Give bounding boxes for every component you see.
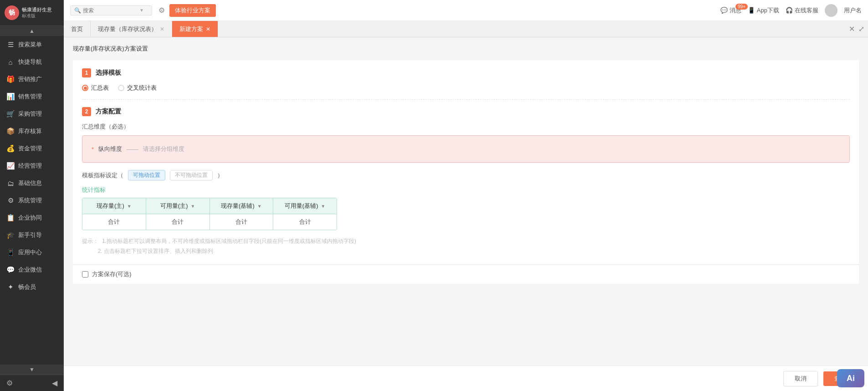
sidebar-item-label: 企业协同 [18, 214, 42, 222]
online-service-button[interactable]: 🎧 在线客服 [786, 6, 818, 15]
scheme-save-checkbox[interactable] [82, 271, 88, 278]
sales-icon: 📊 [6, 93, 15, 101]
page-title: 现存量(库存状况表)方案设置 [73, 45, 859, 53]
service-icon: 🎧 [786, 7, 793, 14]
search-input[interactable] [83, 7, 138, 14]
search-dropdown-icon[interactable]: ▼ [139, 8, 144, 13]
finance-icon: 💰 [6, 144, 15, 153]
cancel-button[interactable]: 取消 [783, 371, 818, 386]
tab-inventory-close[interactable]: ✕ [160, 26, 164, 32]
sidebar-item-corp[interactable]: 📋 企业协同 [0, 209, 64, 226]
sidebar-item-label: 搜索菜单 [18, 41, 42, 49]
sidebar-item-label: 系统管理 [18, 196, 42, 205]
sidebar-item-marketing[interactable]: 🎁 营销推广 [0, 71, 64, 88]
tab-expand-button[interactable]: ⤢ [858, 25, 864, 33]
hint-2-prefix [82, 247, 94, 257]
sidebar-item-label: 经营管理 [18, 162, 42, 170]
stats-table-header: 现存量(主) ▼ 可用量(主) ▼ 现存量(基辅) ▼ [82, 198, 337, 214]
stats-col-2-header[interactable]: 可用量(主) ▼ [146, 198, 210, 214]
tab-inventory-label: 现存量（库存状况表） [98, 25, 157, 33]
stats-col-1-header[interactable]: 现存量(主) ▼ [82, 198, 146, 214]
stats-table-section: 统计指标 现存量(主) ▼ 可用量(主) ▼ [82, 186, 850, 230]
sidebar-scroll-down[interactable]: ▼ [0, 365, 64, 375]
app-download-button[interactable]: 📱 App下载 [748, 6, 779, 15]
logo-icon: 畅 [5, 5, 19, 20]
template-radio-group: 汇总表 交叉统计表 [82, 84, 850, 92]
stats-body-col-2: 合计 [146, 214, 210, 230]
step2-title: 方案配置 [96, 108, 121, 116]
stats-col-1-chevron[interactable]: ▼ [127, 204, 132, 209]
top-header: 🔍 ▼ ⚙ 体验行业方案 💬 消息 99+ 📱 App下载 🎧 在线客服 用户名 [64, 0, 868, 21]
sidebar-item-newbie[interactable]: 🎓 新手引导 [0, 226, 64, 244]
marketing-icon: 🎁 [6, 75, 15, 83]
tab-bar: 首页 现存量（库存状况表） ✕ 新建方案 ✕ ✕ ⤢ [64, 21, 868, 37]
username-label[interactable]: 用户名 [844, 6, 862, 15]
sidebar-item-wechat[interactable]: 💬 企业微信 [0, 261, 64, 278]
sidebar-item-purchase[interactable]: 🛒 采购管理 [0, 105, 64, 123]
scheme-save-label: 方案保存(可选) [92, 270, 132, 278]
footer-bar: 取消 查询 [64, 365, 868, 391]
wechat-icon: 💬 [6, 266, 15, 274]
sidebar-item-label: 库存核算 [18, 127, 42, 135]
search-icon: 🔍 [74, 7, 81, 14]
dimension-placeholder[interactable]: 请选择分组维度 [143, 145, 184, 153]
step1-badge: 1 [82, 68, 91, 77]
stats-col-2-chevron[interactable]: ▼ [191, 204, 195, 209]
radio-summary-circle [82, 85, 88, 91]
stats-col-3-chevron[interactable]: ▼ [257, 204, 262, 209]
collapse-icon[interactable]: ◀ [52, 379, 57, 387]
tab-close-button[interactable]: ✕ [849, 25, 855, 33]
messages-badge: 99+ [735, 4, 748, 10]
header-gear-icon[interactable]: ⚙ [158, 6, 165, 15]
sidebar-logo: 畅 畅康通好生意 标准版 [0, 0, 64, 26]
main-content: 🔍 ▼ ⚙ 体验行业方案 💬 消息 99+ 📱 App下载 🎧 在线客服 用户名 [64, 0, 868, 391]
avatar[interactable] [825, 4, 837, 17]
app-version: 标准版 [22, 13, 52, 19]
tab-new-scheme-close[interactable]: ✕ [206, 26, 210, 32]
ai-badge[interactable]: Ai [837, 369, 864, 387]
hints-title: 提示： [82, 237, 98, 247]
sidebar-item-label: 畅会员 [18, 283, 36, 291]
sidebar-item-search-menu[interactable]: ☰ 搜索菜单 [0, 36, 64, 53]
tab-new-scheme[interactable]: 新建方案 ✕ [172, 21, 218, 37]
header-search-bar[interactable]: 🔍 ▼ [70, 5, 152, 15]
tab-new-scheme-label: 新建方案 [179, 25, 203, 33]
sidebar-scroll-up[interactable]: ▲ [0, 26, 64, 36]
sidebar-item-vip[interactable]: ✦ 畅会员 [0, 278, 64, 296]
step2-badge: 2 [82, 107, 91, 116]
sidebar-item-label: 应用中心 [18, 248, 42, 257]
radio-summary-label: 汇总表 [91, 84, 109, 92]
radio-summary[interactable]: 汇总表 [82, 84, 109, 92]
tab-home[interactable]: 首页 [64, 21, 91, 37]
message-icon: 💬 [720, 7, 728, 14]
dimension-row: * 纵向维度 —— 请选择分组维度 [92, 145, 840, 153]
logo-text-block: 畅康通好生意 标准版 [22, 6, 52, 19]
tab-inventory-status[interactable]: 现存量（库存状况表） ✕ [91, 21, 172, 37]
stats-col-4-chevron[interactable]: ▼ [321, 204, 326, 209]
step2-header: 2 方案配置 [82, 107, 850, 116]
stats-col-4-header[interactable]: 可用量(基辅) ▼ [273, 198, 337, 214]
messages-button[interactable]: 💬 消息 99+ [720, 6, 741, 15]
sidebar-item-label: 营销推广 [18, 75, 42, 83]
radio-crosstab-label: 交叉统计表 [127, 84, 157, 92]
sidebar-item-label: 资金管理 [18, 144, 42, 153]
radio-crosstab[interactable]: 交叉统计表 [118, 84, 157, 92]
settings-icon[interactable]: ⚙ [6, 379, 13, 387]
service-label: 在线客服 [795, 6, 818, 15]
sidebar-item-shortcut[interactable]: ⌂ 快捷导航 [0, 53, 64, 71]
dimension-required-mark: * [92, 146, 94, 153]
sidebar-item-app-center[interactable]: 📱 应用中心 [0, 244, 64, 261]
stats-body-col-3: 合计 [210, 214, 274, 230]
stats-col-3-header[interactable]: 现存量(基辅) ▼ [210, 198, 274, 214]
step1-title: 选择模板 [96, 69, 121, 77]
sidebar-item-finance[interactable]: 💰 资金管理 [0, 140, 64, 157]
sidebar-item-sales[interactable]: 📊 销售管理 [0, 88, 64, 105]
sidebar-item-system[interactable]: ⚙ 系统管理 [0, 192, 64, 209]
trial-industry-button[interactable]: 体验行业方案 [169, 4, 216, 17]
sidebar: 畅 畅康通好生意 标准版 ▲ ☰ 搜索菜单 ⌂ 快捷导航 🎁 营销推广 📊 销售… [0, 0, 64, 391]
sidebar-item-operation[interactable]: 📈 经营管理 [0, 157, 64, 175]
scheme-save-section: 方案保存(可选) [73, 264, 859, 284]
sidebar-item-basic-info[interactable]: 🗂 基础信息 [0, 175, 64, 192]
sidebar-item-inventory[interactable]: 📦 库存核算 [0, 123, 64, 140]
dimension-row-label: 纵向维度 [98, 145, 122, 153]
